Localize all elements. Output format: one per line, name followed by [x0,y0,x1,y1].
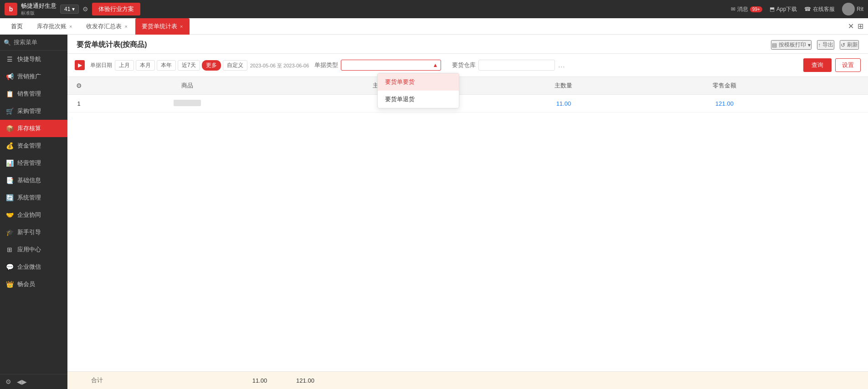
purchase-icon: 🛒 [5,107,14,115]
sidebar-search[interactable]: 🔍 搜索菜单 [0,35,67,51]
warehouse-input[interactable] [478,60,555,71]
tab-receive-summary[interactable]: 收发存汇总表 × [80,18,134,35]
th-settings[interactable]: ⚙ [67,77,90,95]
th-quantity: 主数量 [491,77,637,95]
table-area: ⚙ 商品 主计量单位 主数量 零售金额 1 [67,77,868,371]
cell-amount: 121.00 [637,95,812,113]
chevron-down-icon: ▾ [808,42,811,48]
topbar-left: b 畅捷通好生意 标准版 41 ▾ ⚙ 体验行业方案 [5,2,140,16]
finance-icon: 💰 [5,142,14,149]
member-icon: 👑 [5,281,14,288]
app-download-item[interactable]: ⬒ App下载 [770,5,797,13]
tab-close-inventory-batch[interactable]: × [69,24,72,29]
company-selector[interactable]: 41 ▾ [60,5,79,14]
export-icon: ↑ [818,42,821,48]
th-amount: 零售金额 [637,77,812,95]
footer-quantity: 11.00 [237,377,282,384]
cell-product [90,95,285,113]
app-center-icon: ⊞ [5,246,14,253]
marketing-icon: 📢 [5,73,14,80]
page-actions: ▤ 按模板打印 ▾ ↑ 导出 ↺ 刷新 [771,40,859,50]
type-filter-label: 单据类型 [314,61,338,69]
sidebar-item-basic-info[interactable]: 📑 基础信息 [0,172,67,189]
settings-button[interactable]: 设置 [835,58,861,72]
current-month-button[interactable]: 本月 [136,60,155,71]
topbar: b 畅捷通好生意 标准版 41 ▾ ⚙ 体验行业方案 ✉ 消息 99+ ⬒ Ap… [0,0,868,18]
sidebar-item-operations[interactable]: 📊 经营管理 [0,154,67,172]
messages-item[interactable]: ✉ 消息 99+ [731,5,762,13]
sidebar-item-new-guide[interactable]: 🎓 新手引导 [0,224,67,241]
type-select-arrow[interactable]: ▲ [430,62,441,68]
basic-info-icon: 📑 [5,177,14,184]
app-logo: b [5,3,17,15]
tab-inventory-batch[interactable]: 库存批次账 × [31,18,79,35]
headset-icon: ☎ [804,6,811,12]
sidebar-item-sales[interactable]: 📋 销售管理 [0,85,67,102]
last-7-days-button[interactable]: 近7天 [178,60,200,71]
custom-date-button[interactable]: 自定义 [223,60,247,71]
sidebar-item-member[interactable]: 👑 畅会员 [0,276,67,293]
messages-icon: ✉ [731,6,735,12]
sidebar: 🔍 搜索菜单 ☰ 快捷导航 📢 营销推广 📋 销售管理 🛒 采购管理 📦 库存核… [0,35,67,389]
quick-nav-icon: ☰ [5,56,14,63]
tab-close-order-stats[interactable]: × [180,24,183,29]
export-button[interactable]: ↑ 导出 [817,40,834,50]
cell-index: 1 [67,95,90,113]
type-filter-group: 单据类型 ▲ [314,60,441,71]
sidebar-item-enterprise-collab[interactable]: 🤝 企业协同 [0,206,67,224]
tab-close-all[interactable]: ✕ [848,22,854,31]
tab-home[interactable]: 首页 [5,18,30,35]
filter-bar: ▶ 单据日期 上月 本月 本年 近7天 更多 自定义 2023-05-06 至 … [67,54,868,77]
date-filter-label: 单据日期 [90,61,112,69]
avatar [842,3,855,15]
refresh-icon: ↺ [841,42,845,48]
user-avatar-item[interactable]: Rit [842,3,863,15]
topbar-right: ✉ 消息 99+ ⬒ App下载 ☎ 在线客服 Rit [731,3,863,15]
sidebar-settings-icon[interactable]: ⚙ [5,378,11,385]
refresh-button[interactable]: ↺ 刷新 [840,40,859,50]
trial-button[interactable]: 体验行业方案 [92,3,140,15]
th-product: 商品 [90,77,285,95]
tab-expand[interactable]: ⊞ [858,22,863,31]
current-year-button[interactable]: 本年 [157,60,176,71]
prev-month-button[interactable]: 上月 [115,60,134,71]
brand-info: 畅捷通好生意 标准版 [21,2,56,16]
sidebar-item-quick-nav[interactable]: ☰ 快捷导航 [0,51,67,68]
sidebar-bottom: ⚙ ◀▶ [0,374,67,389]
dropdown-item-order[interactable]: 要货单要货 [378,73,459,91]
system-icon: 🔄 [5,194,14,201]
type-select-wrapper: ▲ [341,60,441,71]
main-layout: 🔍 搜索菜单 ☰ 快捷导航 📢 营销推广 📋 销售管理 🛒 采购管理 📦 库存核… [0,35,868,389]
sidebar-item-finance[interactable]: 💰 资金管理 [0,137,67,154]
cell-quantity: 11.00 [491,95,637,113]
warehouse-filter-label: 要货仓库 [452,61,476,69]
collab-icon: 🤝 [5,211,14,219]
filter-expand-button[interactable]: ▶ [75,60,85,70]
settings-icon[interactable]: ⚙ [76,82,82,89]
support-item[interactable]: ☎ 在线客服 [804,5,835,13]
tab-close-receive-summary[interactable]: × [124,24,127,29]
search-icon: 🔍 [4,39,11,46]
template-print-button[interactable]: ▤ 按模板打印 ▾ [771,40,812,50]
product-blurred [174,100,201,106]
sidebar-item-app-center[interactable]: ⊞ 应用中心 [0,241,67,258]
sidebar-item-inventory[interactable]: 📦 库存核算 [0,120,67,137]
sidebar-item-purchase[interactable]: 🛒 采购管理 [0,102,67,120]
download-icon: ⬒ [770,6,775,12]
gear-icon[interactable]: ⚙ [82,5,88,13]
type-select-input[interactable] [341,60,430,70]
search-button[interactable]: 查询 [803,58,832,72]
tab-order-stats[interactable]: 要货单统计表 × [135,18,190,35]
date-buttons: 上月 本月 本年 近7天 更多 自定义 [115,60,247,71]
th-empty [812,77,868,95]
sidebar-item-system[interactable]: 🔄 系统管理 [0,189,67,206]
tabbar: 首页 库存批次账 × 收发存汇总表 × 要货单统计表 × ✕ ⊞ [0,18,868,35]
content-area: 要货单统计表(按商品) ▤ 按模板打印 ▾ ↑ 导出 ↺ 刷新 ▶ [67,35,868,389]
table-footer: 合计 11.00 121.00 [67,371,868,389]
warehouse-more-icon[interactable]: … [558,61,565,69]
sidebar-collapse-icon[interactable]: ◀▶ [17,378,27,385]
dropdown-item-return[interactable]: 要货单退货 [378,91,459,108]
more-dates-button[interactable]: 更多 [202,60,221,71]
sidebar-item-marketing[interactable]: 📢 营销推广 [0,68,67,85]
sidebar-item-enterprise-wechat[interactable]: 💬 企业微信 [0,258,67,276]
